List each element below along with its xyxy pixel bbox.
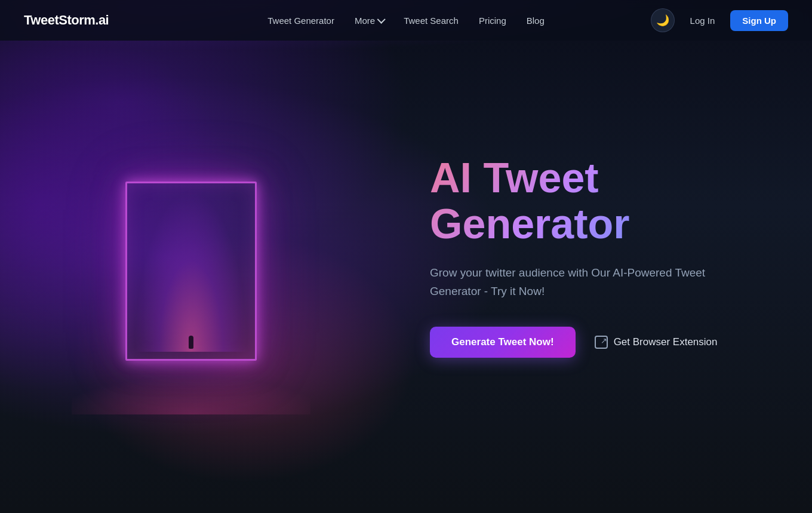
hero-subtitle: Grow your twitter audience with Our AI-P… [430, 264, 716, 300]
hero-content: AI Tweet Generator Grow your twitter aud… [394, 0, 812, 513]
external-link-icon [595, 336, 608, 349]
nav-blog[interactable]: Blog [518, 11, 553, 30]
portal-figure [189, 336, 193, 349]
portal-inner-glow [134, 191, 248, 352]
navbar: TweetStorm.ai Tweet Generator More Tweet… [0, 0, 812, 41]
nav-pricing[interactable]: Pricing [470, 11, 515, 30]
nav-tweet-search[interactable]: Tweet Search [395, 11, 467, 30]
portal-visual [72, 128, 310, 414]
portal-frame [125, 182, 257, 361]
signup-button[interactable]: Sign Up [730, 10, 788, 31]
chevron-down-icon [377, 16, 385, 24]
hero-buttons: Generate Tweet Now! Get Browser Extensio… [430, 327, 764, 358]
nav-links: Tweet Generator More Tweet Search Pricin… [259, 11, 553, 30]
hero-title: AI Tweet Generator [430, 155, 764, 247]
theme-toggle-button[interactable]: 🌙 [651, 8, 675, 32]
brand-logo[interactable]: TweetStorm.ai [24, 13, 109, 28]
login-button[interactable]: Log In [682, 11, 724, 30]
nav-actions: 🌙 Log In Sign Up [651, 8, 788, 32]
generate-tweet-button[interactable]: Generate Tweet Now! [430, 327, 576, 358]
browser-extension-button[interactable]: Get Browser Extension [595, 336, 718, 349]
nav-more[interactable]: More [346, 11, 392, 30]
nav-tweet-generator[interactable]: Tweet Generator [259, 11, 343, 30]
